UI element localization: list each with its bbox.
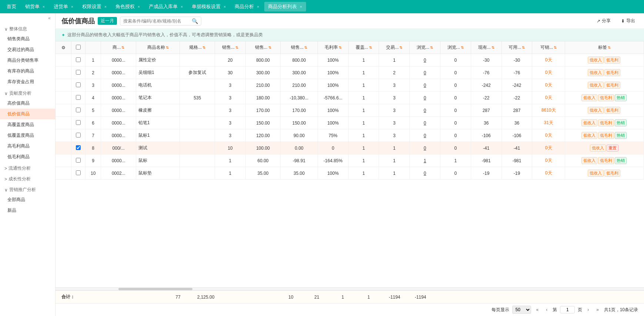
tag-badge[interactable]: 低收入: [581, 119, 597, 126]
cell-check[interactable]: [71, 92, 85, 104]
tag-badge[interactable]: 热销: [615, 132, 627, 139]
nav-product-analysis-list[interactable]: 商品分析列表 ×: [264, 2, 306, 11]
row-checkbox[interactable]: [76, 57, 81, 62]
next-page-btn[interactable]: ›: [585, 306, 591, 313]
first-page-btn[interactable]: «: [534, 306, 541, 313]
sidebar-item-new-products[interactable]: 新品: [0, 205, 55, 216]
prev-page-btn[interactable]: ‹: [544, 306, 550, 313]
tag-badge[interactable]: 低毛利: [604, 107, 620, 114]
close-icon[interactable]: ×: [43, 4, 45, 9]
search-box[interactable]: 🔍: [120, 17, 201, 26]
nav-product-analysis[interactable]: 商品分析 ×: [231, 2, 263, 11]
nav-template[interactable]: 单据模板设置 ×: [188, 2, 229, 11]
cell-browse1[interactable]: 0: [410, 129, 440, 142]
tag-badge[interactable]: 低收入: [590, 145, 606, 152]
close-icon[interactable]: ×: [224, 4, 226, 9]
sidebar-item-high-value[interactable]: 高价值商品: [0, 98, 55, 109]
sidebar-item-traded-products[interactable]: 交易过的商品: [0, 44, 55, 55]
row-checkbox[interactable]: [76, 108, 81, 112]
th-settings[interactable]: ⚙: [56, 41, 71, 54]
sidebar-item-low-coverage[interactable]: 低覆盖度商品: [0, 130, 55, 141]
cell-check[interactable]: [71, 79, 85, 92]
th-sale-total[interactable]: 销售...⇅: [281, 41, 318, 54]
cell-browse1[interactable]: 0: [410, 167, 440, 180]
sidebar-item-low-gross[interactable]: 低毛利商品: [0, 152, 55, 162]
tag-badge[interactable]: 低毛利: [604, 82, 620, 89]
row-checkbox[interactable]: [76, 133, 81, 137]
cell-check[interactable]: [71, 142, 85, 154]
nav-permission[interactable]: 权限设置 ×: [78, 2, 110, 11]
row-checkbox[interactable]: [76, 170, 81, 175]
cell-check[interactable]: [71, 104, 85, 117]
tag-badge[interactable]: 低收入: [588, 69, 604, 76]
tag-badge[interactable]: 低毛利: [604, 69, 620, 76]
th-cover[interactable]: 覆盖...⇅: [348, 41, 379, 54]
close-icon[interactable]: ×: [138, 4, 140, 9]
th-tag[interactable]: 标签⇅: [565, 41, 644, 54]
nav-sales[interactable]: 销货单 ×: [21, 2, 48, 11]
last-page-btn[interactable]: »: [594, 306, 601, 313]
nav-purchase[interactable]: 进货单 ×: [50, 2, 77, 11]
cell-check[interactable]: [71, 167, 85, 180]
th-trade[interactable]: 交易...⇅: [379, 41, 410, 54]
cell-check[interactable]: [71, 129, 85, 142]
row-checkbox[interactable]: [76, 158, 81, 163]
sidebar-item-stock-capital[interactable]: 库存资金占用: [0, 77, 55, 87]
cell-browse1[interactable]: 0: [410, 104, 440, 117]
tag-badge[interactable]: 低毛利: [598, 157, 614, 164]
close-icon[interactable]: ×: [300, 4, 302, 9]
cell-browse1[interactable]: 0: [410, 79, 440, 92]
scrollbar-area[interactable]: [56, 287, 644, 290]
tag-badge[interactable]: 热销: [615, 157, 627, 164]
sidebar-item-low-value[interactable]: 低价值商品: [0, 109, 55, 119]
tag-badge[interactable]: 低收入: [588, 57, 604, 64]
nav-product-in[interactable]: 产成品入库单 ×: [145, 2, 187, 11]
cell-check[interactable]: [71, 67, 85, 79]
cell-browse1[interactable]: 0: [410, 67, 440, 79]
sidebar-item-stock-products[interactable]: 有库存的商品: [0, 66, 55, 77]
share-button[interactable]: ↗ 分享: [594, 16, 614, 26]
th-sale-qty[interactable]: 销售...⇅: [215, 41, 245, 54]
sidebar-item-sales-products[interactable]: 销售类商品: [0, 34, 55, 44]
tag-badge[interactable]: 低收入: [581, 132, 597, 139]
sidebar-item-all-products[interactable]: 全部商品: [0, 194, 55, 205]
th-avail[interactable]: 可用...⇅: [502, 41, 532, 54]
close-icon[interactable]: ×: [104, 4, 107, 9]
th-sale-avg[interactable]: 销售...⇅: [245, 41, 281, 54]
cell-browse1[interactable]: 0: [410, 142, 440, 154]
tag-badge[interactable]: 低毛利: [604, 170, 620, 177]
per-page-select[interactable]: 50 100 200: [512, 306, 531, 314]
tag-badge[interactable]: 热销: [615, 94, 627, 101]
tag-badge[interactable]: 低收入: [588, 107, 604, 114]
th-browse1[interactable]: 浏览...⇅: [410, 41, 440, 54]
tag-badge[interactable]: 低毛利: [598, 132, 614, 139]
cell-check[interactable]: [71, 154, 85, 167]
row-checkbox[interactable]: [76, 82, 81, 87]
th-code[interactable]: 商...⇅: [101, 41, 136, 54]
th-browse2[interactable]: 浏览...⇅: [440, 41, 471, 54]
row-checkbox[interactable]: [76, 95, 81, 100]
tag-badge[interactable]: 低毛利: [598, 94, 614, 101]
row-checkbox[interactable]: [76, 120, 81, 125]
sidebar-group-growth[interactable]: > 成长性分析: [0, 173, 55, 184]
sidebar-collapse-btn[interactable]: «: [48, 16, 51, 21]
cell-check[interactable]: [71, 117, 85, 129]
close-icon[interactable]: ×: [181, 4, 183, 9]
search-input[interactable]: [123, 18, 190, 24]
cell-check[interactable]: [71, 54, 85, 67]
cell-browse1[interactable]: 0: [410, 92, 440, 104]
tag-badge[interactable]: 低收入: [588, 82, 604, 89]
page-input[interactable]: [560, 306, 575, 313]
tag-badge[interactable]: 重置: [607, 145, 618, 152]
search-icon[interactable]: 🔍: [192, 18, 198, 24]
nav-home[interactable]: 首页: [3, 2, 20, 11]
th-current[interactable]: 现有...⇅: [471, 41, 502, 54]
close-icon[interactable]: ×: [257, 4, 259, 9]
th-name[interactable]: 商品名称⇅: [136, 41, 180, 54]
tag-badge[interactable]: 低毛利: [598, 119, 614, 126]
sidebar-item-high-coverage[interactable]: 高覆盖度商品: [0, 119, 55, 130]
table-wrapper[interactable]: ⚙ 商...⇅ 商品名称⇅ 规格...⇅ 销售...⇅ 销售...⇅ 销售...…: [56, 41, 644, 287]
cell-browse1[interactable]: 0: [410, 117, 440, 129]
cell-browse1[interactable]: 1: [410, 154, 440, 167]
export-button[interactable]: ⬇ 导出: [618, 16, 638, 26]
